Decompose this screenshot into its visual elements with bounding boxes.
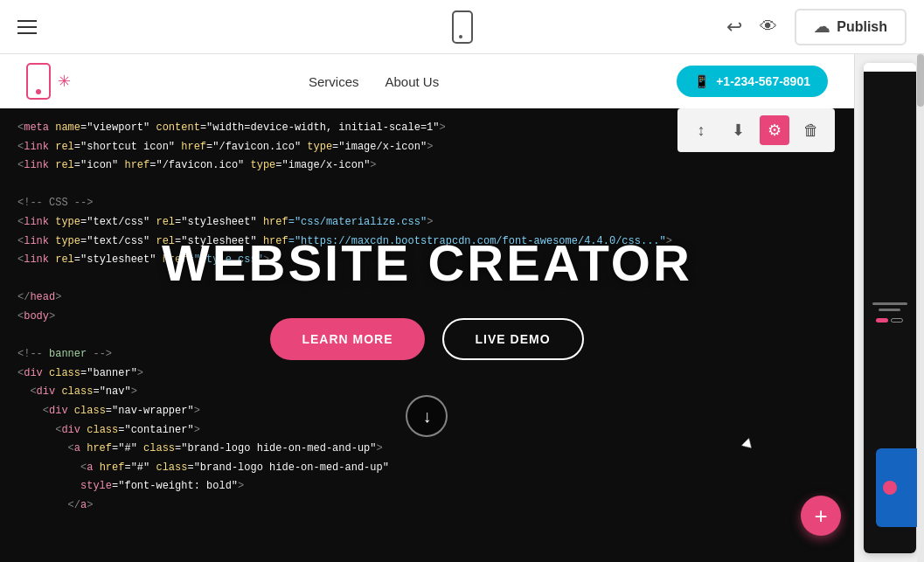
site-navbar: ✳ Services About Us 📱 +1-234-567-8901	[0, 54, 854, 108]
scrollbar-thumb[interactable]	[917, 54, 924, 107]
right-panel	[854, 54, 924, 562]
move-section-button[interactable]: ↕	[686, 115, 716, 145]
delete-section-button[interactable]: 🗑	[796, 115, 826, 145]
website-preview: ✳ Services About Us 📱 +1-234-567-8901 <m…	[0, 54, 854, 562]
logo-phone-icon	[26, 63, 51, 100]
preview-text-line-2	[879, 309, 900, 311]
site-logo: ✳	[26, 63, 71, 100]
nav-services-link[interactable]: Services	[309, 74, 359, 89]
fab-add-button[interactable]: +	[801, 496, 841, 536]
cta-phone-button[interactable]: 📱 +1-234-567-8901	[677, 66, 828, 97]
top-toolbar: ↩ 👁 ☁ Publish	[0, 0, 924, 54]
toolbar-center	[452, 10, 473, 44]
hero-buttons: LEARN MORE LIVE DEMO	[270, 318, 583, 360]
toolbar-right: ↩ 👁 ☁ Publish	[726, 9, 907, 45]
toolbar-left	[17, 20, 37, 34]
cloud-upload-icon: ☁	[814, 17, 830, 37]
settings-section-button[interactable]: ⚙	[760, 115, 789, 145]
phone-icon: 📱	[694, 74, 709, 88]
scrollbar[interactable]	[917, 54, 924, 562]
publish-label: Publish	[837, 19, 887, 35]
hero-section: <meta name="viewport" content="width=dev…	[0, 108, 854, 562]
device-dot	[883, 481, 897, 495]
preview-mini-btn-1	[876, 318, 888, 323]
logo-sun-icon: ✳	[58, 72, 71, 91]
hero-title: WEBSITE CREATOR	[162, 233, 692, 292]
scroll-down-button[interactable]: ↓	[406, 395, 448, 437]
publish-button[interactable]: ☁ Publish	[795, 9, 907, 45]
preview-eye-icon[interactable]: 👁	[760, 17, 777, 37]
section-toolbar: ↕ ⬇ ⚙ 🗑	[677, 108, 835, 152]
preview-btn-area	[876, 318, 903, 323]
preview-mini-btn-2	[891, 318, 903, 323]
site-nav-links: Services About Us	[309, 74, 439, 89]
learn-more-button[interactable]: LEARN MORE	[270, 318, 424, 360]
hero-content: WEBSITE CREATOR LEARN MORE LIVE DEMO ↓	[162, 233, 692, 437]
mobile-preview-icon[interactable]	[452, 10, 473, 44]
nav-about-link[interactable]: About Us	[386, 74, 440, 89]
preview-nav-bar	[864, 63, 916, 72]
live-demo-button[interactable]: LIVE DEMO	[442, 318, 584, 360]
undo-icon[interactable]: ↩	[726, 16, 742, 38]
preview-text-line-1	[872, 302, 907, 305]
preview-area: ✳ Services About Us 📱 +1-234-567-8901 <m…	[0, 54, 924, 562]
download-section-button[interactable]: ⬇	[723, 115, 753, 145]
hamburger-menu-icon[interactable]	[17, 20, 37, 34]
phone-number: +1-234-567-8901	[716, 74, 810, 88]
